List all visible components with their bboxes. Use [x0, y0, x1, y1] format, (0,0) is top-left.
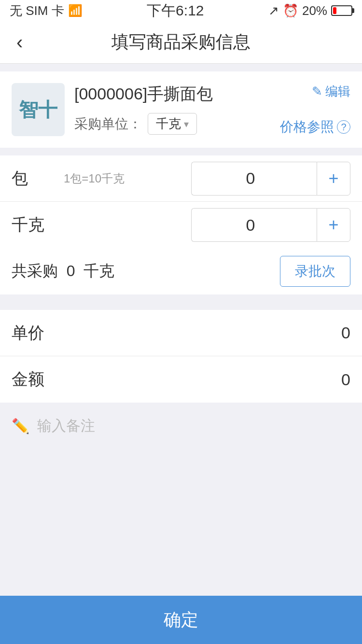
product-logo: 智十 — [19, 97, 57, 123]
wifi-icon: 📶 — [68, 4, 83, 17]
price-ref-label: 价格参照 — [280, 118, 334, 136]
total-label: 共采购 0 千克 — [12, 261, 114, 282]
bag-sublabel: 1包=10千克 — [64, 171, 125, 186]
unit-price-value: 0 — [341, 323, 350, 342]
product-card: 智十 [0000006]手撕面包 采购单位： 千克 ▾ ✎ 编辑 价格参照 ? — [0, 71, 362, 148]
product-name: [0000006]手撕面包 — [74, 83, 350, 105]
battery-percent: 20% — [302, 3, 327, 18]
unit-price-row: 单价 0 — [0, 310, 362, 356]
pencil-icon: ✏️ — [12, 418, 29, 434]
bag-quantity-input[interactable] — [191, 162, 317, 196]
kg-quantity-input[interactable] — [191, 208, 317, 242]
bag-input-row: 包 1包=10千克 + — [0, 155, 362, 202]
unit-selector[interactable]: 千克 ▾ — [148, 113, 197, 135]
kg-field-wrap: + — [60, 208, 350, 242]
nav-bar: ‹ 填写商品采购信息 — [0, 21, 362, 64]
record-batch-button[interactable]: 录批次 — [280, 256, 350, 287]
section-divider-1 — [0, 148, 362, 155]
unit-price-label: 单价 — [12, 322, 44, 344]
bag-plus-button[interactable]: + — [317, 162, 350, 196]
kg-label: 千克 — [12, 214, 60, 236]
remark-placeholder: 输入备注 — [37, 416, 95, 436]
carrier-label: 无 SIM 卡 — [10, 2, 64, 19]
unit-label: 采购单位： — [74, 115, 142, 133]
back-button[interactable]: ‹ — [12, 27, 28, 58]
amount-value: 0 — [341, 370, 350, 389]
status-bar: 无 SIM 卡 📶 下午6:12 ↗ ⏰ 20% — [0, 0, 362, 21]
location-icon: ↗ — [268, 3, 279, 18]
edit-label: 编辑 — [325, 83, 350, 100]
battery-indicator — [331, 5, 352, 16]
bottom-spacer — [0, 449, 362, 546]
confirm-label: 确定 — [164, 608, 198, 632]
kg-input-row: 千克 + — [0, 202, 362, 248]
amount-row: 金额 0 — [0, 356, 362, 403]
price-ref-button[interactable]: 价格参照 ? — [280, 118, 350, 136]
page-title: 填写商品采购信息 — [111, 30, 251, 54]
unit-value: 千克 — [156, 115, 181, 132]
price-ref-help-icon: ? — [337, 120, 350, 134]
alarm-icon: ⏰ — [283, 3, 298, 18]
status-time: 下午6:12 — [147, 1, 204, 21]
price-info-section: 单价 0 金额 0 — [0, 310, 362, 403]
amount-label: 金额 — [12, 368, 44, 391]
product-thumbnail: 智十 — [12, 83, 65, 136]
kg-plus-button[interactable]: + — [317, 208, 350, 242]
status-left: 无 SIM 卡 📶 — [10, 2, 83, 19]
section-divider-2 — [0, 294, 362, 302]
remark-section[interactable]: ✏️ 输入备注 — [0, 403, 362, 449]
confirm-button[interactable]: 确定 — [0, 596, 362, 644]
bag-field-wrap: + — [125, 162, 350, 196]
edit-button[interactable]: ✎ 编辑 — [312, 83, 350, 100]
unit-dropdown-arrow: ▾ — [184, 118, 189, 130]
input-section: 包 1包=10千克 + 千克 + — [0, 155, 362, 248]
status-right: ↗ ⏰ 20% — [268, 3, 352, 18]
bag-label: 包 — [12, 168, 60, 190]
edit-icon: ✎ — [312, 84, 322, 99]
total-row: 共采购 0 千克 录批次 — [0, 248, 362, 294]
